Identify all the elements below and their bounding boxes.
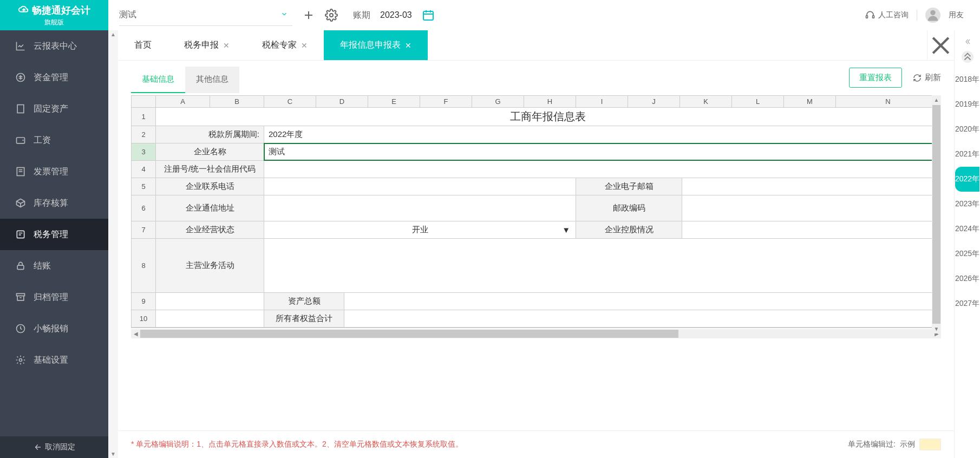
- mainbiz-value-cell[interactable]: [264, 239, 940, 292]
- add-icon[interactable]: [302, 9, 315, 22]
- regno-value-cell[interactable]: [264, 161, 940, 178]
- company-selector[interactable]: 测试: [119, 4, 292, 26]
- sheet-corner[interactable]: [132, 96, 156, 107]
- close-icon[interactable]: ✕: [301, 41, 308, 50]
- col-header-K[interactable]: K: [680, 96, 732, 107]
- vscroll-thumb[interactable]: [932, 105, 940, 324]
- year-2026年[interactable]: 2026年: [955, 266, 979, 291]
- holding-value-cell[interactable]: [682, 221, 940, 238]
- vscroll-up-icon[interactable]: ▲: [932, 95, 941, 104]
- row9-blank-cell[interactable]: [156, 293, 264, 310]
- sidebar-item-box[interactable]: 库存核算: [0, 187, 108, 219]
- subtab-其他信息[interactable]: 其他信息: [185, 67, 239, 93]
- equity-label-cell[interactable]: 所有者权益合计: [264, 310, 344, 327]
- year-rail-toggle-icon[interactable]: [962, 51, 974, 63]
- subtab-基础信息[interactable]: 基础信息: [131, 67, 185, 93]
- year-2018年[interactable]: 2018年: [955, 67, 979, 92]
- vscroll-down-icon[interactable]: ▼: [932, 324, 941, 333]
- col-header-A[interactable]: A: [156, 96, 210, 107]
- consult-button[interactable]: 人工咨询: [865, 10, 909, 20]
- period-value[interactable]: 2023-03: [380, 10, 412, 20]
- refresh-button[interactable]: 刷新: [913, 73, 941, 83]
- assets-label-cell[interactable]: 资产总额: [264, 293, 344, 310]
- col-header-H[interactable]: H: [524, 96, 576, 107]
- row10-blank-cell[interactable]: [156, 310, 264, 327]
- phone-value-cell[interactable]: [264, 178, 576, 195]
- address-label-cell[interactable]: 企业通信地址: [156, 195, 264, 221]
- close-icon[interactable]: ✕: [405, 41, 411, 50]
- email-value-cell[interactable]: [682, 178, 940, 195]
- sidebar-item-tax[interactable]: 税务管理: [0, 219, 108, 250]
- zip-label-cell[interactable]: 邮政编码: [576, 195, 682, 221]
- year-2019年[interactable]: 2019年: [955, 92, 979, 117]
- settings-gear-icon[interactable]: [325, 9, 338, 22]
- sidebar-item-gear[interactable]: 基础设置: [0, 344, 108, 376]
- regno-label-cell[interactable]: 注册号/统一社会信用代码: [156, 161, 264, 178]
- tax-period-label-cell[interactable]: 税款所属期间:: [156, 126, 264, 143]
- tab-税务申报[interactable]: 税务申报✕: [168, 30, 246, 60]
- year-2024年[interactable]: 2024年: [955, 217, 979, 241]
- company-name-value-cell[interactable]: 测试: [264, 143, 940, 160]
- col-header-C[interactable]: C: [264, 96, 316, 107]
- tab-年报信息申报表[interactable]: 年报信息申报表✕: [324, 30, 428, 60]
- sheet-title-cell[interactable]: 工商年报信息表: [156, 108, 940, 126]
- sidebar-unpin-button[interactable]: 取消固定: [0, 436, 108, 458]
- tab-首页[interactable]: 首页: [118, 30, 168, 60]
- hscroll-track[interactable]: [140, 329, 932, 338]
- zip-value-cell[interactable]: [682, 195, 940, 221]
- close-icon[interactable]: ✕: [223, 41, 230, 50]
- avatar[interactable]: [925, 8, 940, 23]
- tab-税检专家[interactable]: 税检专家✕: [246, 30, 324, 60]
- col-header-B[interactable]: B: [210, 96, 264, 107]
- row-header-5[interactable]: 5: [132, 178, 156, 195]
- row-header-3[interactable]: 3: [132, 143, 156, 160]
- year-2021年[interactable]: 2021年: [955, 142, 979, 167]
- row-header-1[interactable]: 1: [132, 108, 156, 126]
- username[interactable]: 用友: [949, 10, 964, 20]
- sheet-vertical-scrollbar[interactable]: ▲ ▼: [932, 95, 941, 333]
- equity-value-cell[interactable]: [344, 310, 940, 327]
- status-value-cell[interactable]: 开业 ▼: [264, 221, 576, 238]
- phone-label-cell[interactable]: 企业联系电话: [156, 178, 264, 195]
- sidebar-item-archive[interactable]: 归档管理: [0, 282, 108, 313]
- col-header-L[interactable]: L: [732, 96, 784, 107]
- row-header-6[interactable]: 6: [132, 195, 156, 221]
- col-header-M[interactable]: M: [784, 96, 836, 107]
- company-name-label-cell[interactable]: 企业名称: [156, 143, 264, 160]
- row-header-2[interactable]: 2: [132, 126, 156, 143]
- row-header-7[interactable]: 7: [132, 221, 156, 238]
- col-header-E[interactable]: E: [368, 96, 420, 107]
- sidebar-item-lock[interactable]: 结账: [0, 250, 108, 282]
- sidebar-item-money[interactable]: 资金管理: [0, 62, 108, 93]
- sidebar-item-building[interactable]: 固定资产: [0, 93, 108, 125]
- col-header-N[interactable]: N: [836, 96, 940, 107]
- col-header-J[interactable]: J: [628, 96, 680, 107]
- close-all-tabs-button[interactable]: [927, 30, 954, 61]
- sidebar-item-report[interactable]: 小畅报销: [0, 313, 108, 344]
- address-value-cell[interactable]: [264, 195, 576, 221]
- spreadsheet[interactable]: A B C D E F G H I J K L M N 1 工: [131, 95, 941, 328]
- reset-report-button[interactable]: 重置报表: [849, 68, 902, 88]
- col-header-F[interactable]: F: [420, 96, 472, 107]
- email-label-cell[interactable]: 企业电子邮箱: [576, 178, 682, 195]
- calendar-icon[interactable]: [422, 9, 435, 22]
- tax-period-value-cell[interactable]: 2022年度: [264, 126, 940, 143]
- year-2020年[interactable]: 2020年: [955, 117, 979, 142]
- year-2022年[interactable]: 2022年: [955, 167, 979, 192]
- year-rail-collapse-icon[interactable]: [964, 36, 971, 48]
- row-header-4[interactable]: 4: [132, 161, 156, 178]
- col-header-G[interactable]: G: [472, 96, 524, 107]
- sidebar-item-invoice[interactable]: 发票管理: [0, 156, 108, 187]
- year-2027年[interactable]: 2027年: [955, 291, 979, 316]
- scroll-up-icon[interactable]: ▲: [110, 30, 116, 38]
- hscroll-thumb[interactable]: [140, 330, 678, 338]
- col-header-D[interactable]: D: [316, 96, 368, 107]
- holding-label-cell[interactable]: 企业控股情况: [576, 221, 682, 238]
- mainbiz-label-cell[interactable]: 主营业务活动: [156, 239, 264, 292]
- row-header-8[interactable]: 8: [132, 239, 156, 292]
- row-header-10[interactable]: 10: [132, 310, 156, 327]
- col-header-I[interactable]: I: [576, 96, 628, 107]
- year-2025年[interactable]: 2025年: [955, 241, 979, 266]
- scroll-down-icon[interactable]: ▼: [110, 450, 116, 458]
- sidebar-item-wallet[interactable]: 工资: [0, 125, 108, 156]
